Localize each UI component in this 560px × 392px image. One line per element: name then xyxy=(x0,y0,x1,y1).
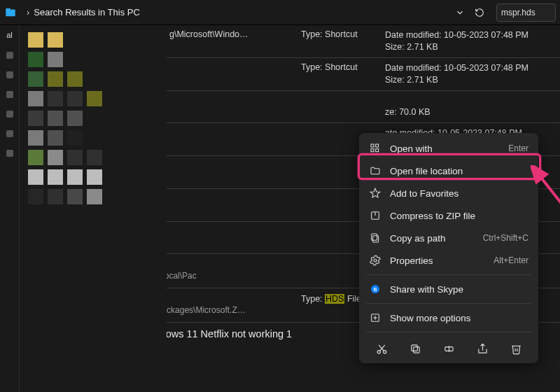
thumbnail-cell xyxy=(67,169,83,185)
web-result-title: Delete mspr.hds windows 11 Netflix not w… xyxy=(167,328,292,340)
copy-path-icon xyxy=(369,232,382,244)
file-path: C:\ \AppData\Local\Packages\Microsoft.Z… xyxy=(167,305,246,315)
thumbnail-cell xyxy=(28,169,43,185)
menu-separator xyxy=(366,303,531,304)
pin-icon[interactable] xyxy=(6,150,13,157)
pin-icon[interactable] xyxy=(6,111,13,118)
zip-icon xyxy=(369,209,382,222)
thumbnail-cell xyxy=(28,91,43,106)
more-icon xyxy=(369,312,382,324)
svg-rect-4 xyxy=(371,144,374,147)
result-row[interactable]: Type: Shortcut Date modified: 10-05-2023… xyxy=(167,58,560,91)
thumbnail-cell xyxy=(28,52,43,67)
skype-icon: S xyxy=(369,283,382,295)
thumbnail-cell xyxy=(48,32,63,48)
pin-icon[interactable] xyxy=(6,52,13,59)
thumbnail-cell xyxy=(87,169,102,185)
result-row[interactable]: ze: 70.0 KB xyxy=(167,91,560,124)
folder-icon xyxy=(369,164,382,177)
svg-rect-24 xyxy=(411,344,417,351)
star-icon xyxy=(369,187,382,200)
thumbnail-cell xyxy=(87,150,102,165)
svg-rect-6 xyxy=(371,149,374,152)
results-list: g\Microsoft\Windo… Type: Shortcut Date m… xyxy=(167,25,560,392)
thumbnail-cell xyxy=(28,150,43,165)
explorer-icon xyxy=(4,6,17,19)
svg-marker-8 xyxy=(370,188,379,197)
menu-add-favorites[interactable]: Add to Favorites xyxy=(362,182,536,204)
menu-share-skype[interactable]: S Share with Skype xyxy=(362,278,536,300)
dropdown-chevron-icon[interactable] xyxy=(450,4,470,21)
thumbnail-cell xyxy=(48,91,63,106)
svg-rect-11 xyxy=(373,236,379,242)
breadcrumb-chevron-icon[interactable]: › xyxy=(27,7,29,18)
thumbnail-cell xyxy=(67,71,83,87)
nav-gutter: al xyxy=(0,25,20,392)
menu-action-row xyxy=(362,335,536,359)
thumbnail-cell xyxy=(28,32,43,48)
thumbnail-cell xyxy=(28,71,43,87)
thumbnail-cell xyxy=(28,189,43,204)
result-row[interactable]: g\Microsoft\Windo… Type: Shortcut Date m… xyxy=(167,25,560,58)
thumbnail-cell xyxy=(67,189,83,204)
svg-rect-7 xyxy=(376,149,379,152)
thumbnail-cell xyxy=(87,130,102,146)
thumbnail-cell xyxy=(48,130,63,146)
svg-line-22 xyxy=(379,344,384,351)
svg-rect-12 xyxy=(372,234,377,240)
svg-rect-23 xyxy=(413,346,419,353)
thumbnail-cell xyxy=(48,169,63,185)
svg-rect-5 xyxy=(376,144,379,147)
svg-point-13 xyxy=(374,259,377,262)
thumbnail-cell xyxy=(87,189,102,204)
rename-icon[interactable] xyxy=(439,340,458,358)
context-menu: Open with Enter Open file location Add t… xyxy=(359,133,538,363)
titlebar: › Search Results in This PC mspr.hds xyxy=(0,0,560,25)
cut-icon[interactable] xyxy=(372,340,391,358)
thumbnail-cell xyxy=(67,150,83,165)
thumbnail-cell xyxy=(48,71,63,87)
pin-icon[interactable] xyxy=(6,130,13,137)
file-path: C:\Users\itsme\AppData\Local\Pac xyxy=(167,271,197,281)
pin-icon[interactable] xyxy=(6,71,13,78)
menu-open-file-location[interactable]: Open file location xyxy=(362,160,536,182)
thumbnail-cell xyxy=(87,71,102,87)
thumbnail-cell xyxy=(87,52,102,67)
refresh-icon[interactable] xyxy=(470,4,489,21)
thumbnail-cell xyxy=(67,52,83,67)
menu-show-more[interactable]: Show more options xyxy=(362,307,536,329)
menu-compress-zip[interactable]: Compress to ZIP file xyxy=(362,204,536,227)
delete-icon[interactable] xyxy=(506,340,526,358)
thumbnail-cell xyxy=(87,32,102,48)
thumbnail-cell xyxy=(28,111,43,126)
thumbnail-cell xyxy=(48,189,63,204)
pin-icon[interactable] xyxy=(6,91,13,98)
thumbnail-cell xyxy=(28,130,43,146)
menu-properties[interactable]: Properties Alt+Enter xyxy=(362,249,536,272)
share-icon[interactable] xyxy=(472,340,492,358)
open-with-icon xyxy=(369,142,382,155)
file-name: mspr.hds xyxy=(167,260,197,271)
menu-open-with[interactable]: Open with Enter xyxy=(362,137,536,160)
thumbnail-cell xyxy=(67,111,83,126)
nav-label: al xyxy=(6,31,13,39)
search-input[interactable]: mspr.hds xyxy=(496,4,556,22)
menu-copy-path[interactable]: Copy as path Ctrl+Shift+C xyxy=(362,227,536,249)
copy-icon[interactable] xyxy=(405,340,425,358)
menu-separator xyxy=(366,274,531,275)
thumbnail-cell xyxy=(48,150,63,165)
thumbnail-grid xyxy=(20,25,167,392)
thumbnail-cell xyxy=(87,91,102,106)
thumbnail-cell xyxy=(48,52,63,67)
thumbnail-cell xyxy=(87,111,102,126)
file-name: mspr.hds xyxy=(167,294,246,305)
menu-separator xyxy=(366,332,531,332)
thumbnail-cell xyxy=(67,91,83,106)
svg-line-21 xyxy=(379,344,384,351)
svg-rect-1 xyxy=(6,8,10,10)
thumbnail-cell xyxy=(48,111,63,126)
thumbnail-cell xyxy=(67,130,83,146)
svg-text:S: S xyxy=(373,286,377,293)
page-title: Search Results in This PC xyxy=(34,7,140,18)
properties-icon xyxy=(369,254,382,267)
